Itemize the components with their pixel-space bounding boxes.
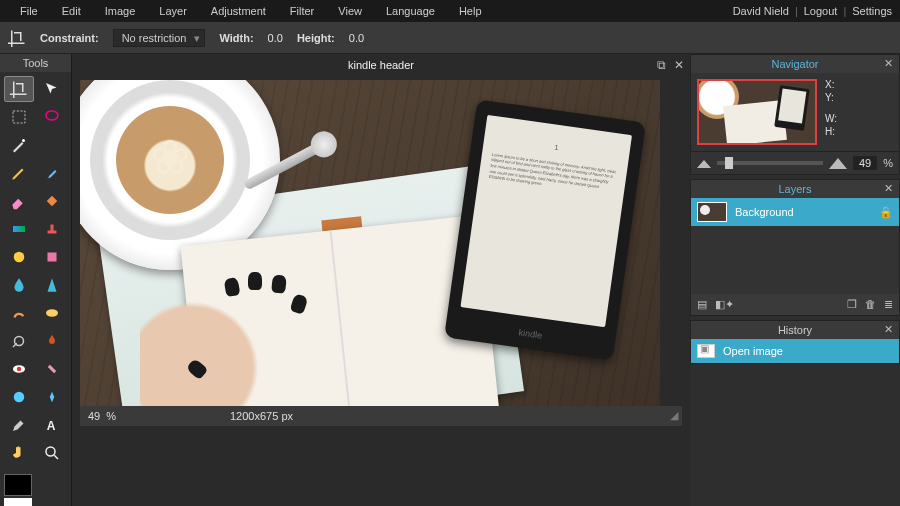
zoom-tool[interactable] bbox=[37, 440, 67, 466]
delete-layer-icon[interactable]: 🗑 bbox=[865, 298, 876, 311]
logout-link[interactable]: Logout bbox=[804, 5, 838, 17]
menu-language[interactable]: Language bbox=[374, 1, 447, 21]
eraser-tool[interactable] bbox=[4, 188, 34, 214]
sponge-tool[interactable] bbox=[37, 300, 67, 326]
color-swatches[interactable] bbox=[0, 470, 71, 506]
layers-title: Layers ✕ bbox=[691, 180, 899, 198]
close-icon[interactable]: ✕ bbox=[884, 57, 893, 70]
close-icon[interactable]: ✕ bbox=[884, 323, 893, 336]
history-item[interactable]: Open image bbox=[691, 339, 899, 363]
menu-adjustment[interactable]: Adjustment bbox=[199, 1, 278, 21]
menu-filter[interactable]: Filter bbox=[278, 1, 326, 21]
history-title-text: History bbox=[778, 324, 812, 336]
hand-tool[interactable] bbox=[4, 440, 34, 466]
navigator-thumbnail[interactable] bbox=[697, 79, 817, 145]
crop-icon bbox=[8, 29, 26, 47]
lasso-tool[interactable] bbox=[37, 104, 67, 130]
smudge-tool[interactable] bbox=[4, 300, 34, 326]
sharpen-tool[interactable] bbox=[37, 272, 67, 298]
zoom-slider[interactable] bbox=[717, 161, 823, 165]
bloat-tool[interactable] bbox=[4, 384, 34, 410]
layer-name: Background bbox=[735, 206, 794, 218]
nav-h: H: bbox=[825, 126, 837, 137]
duplicate-layer-icon[interactable]: ❐ bbox=[847, 298, 857, 311]
width-value[interactable]: 0.0 bbox=[268, 32, 283, 44]
navigator-readout: X: Y: W: H: bbox=[825, 79, 837, 145]
menu-help[interactable]: Help bbox=[447, 1, 494, 21]
zoom-in-icon[interactable] bbox=[829, 157, 847, 169]
menu-file[interactable]: File bbox=[8, 1, 50, 21]
brush-tool[interactable] bbox=[37, 160, 67, 186]
svg-text:A: A bbox=[46, 419, 55, 433]
spot-heal-tool[interactable] bbox=[37, 356, 67, 382]
lock-icon[interactable]: 🔒 bbox=[879, 206, 893, 219]
nav-y: Y: bbox=[825, 92, 837, 103]
layer-settings-icon[interactable]: ≣ bbox=[884, 298, 893, 311]
history-title: History ✕ bbox=[691, 321, 899, 339]
gradient-tool[interactable] bbox=[4, 216, 34, 242]
svg-rect-4 bbox=[47, 253, 56, 262]
history-item-label: Open image bbox=[723, 345, 783, 357]
foreground-swatch[interactable] bbox=[4, 474, 32, 496]
resize-grip-icon[interactable]: ◢ bbox=[670, 409, 678, 422]
constraint-select[interactable]: No restriction bbox=[113, 29, 206, 47]
user-name[interactable]: David Nield bbox=[733, 5, 789, 17]
document-title: kindle header bbox=[348, 59, 414, 71]
crop-tool[interactable] bbox=[4, 76, 34, 102]
settings-link[interactable]: Settings bbox=[852, 5, 892, 17]
menu-left: File Edit Image Layer Adjustment Filter … bbox=[8, 1, 494, 21]
height-value[interactable]: 0.0 bbox=[349, 32, 364, 44]
navigator-title: Navigator ✕ bbox=[691, 55, 899, 73]
clone-stamp-tool[interactable] bbox=[37, 216, 67, 242]
background-swatch[interactable] bbox=[4, 498, 32, 506]
canvas[interactable]: 1 Lorem ipsum to be a short and striking… bbox=[80, 80, 660, 406]
nav-x: X: bbox=[825, 79, 837, 90]
paint-bucket-tool[interactable] bbox=[37, 188, 67, 214]
type-tool[interactable]: A bbox=[37, 412, 67, 438]
layer-mask-icon[interactable]: ◧✦ bbox=[715, 298, 734, 311]
close-icon[interactable]: ✕ bbox=[884, 182, 893, 195]
navigator-panel: Navigator ✕ X: Y: W: H: 49 bbox=[690, 54, 900, 175]
zoom-unit: % bbox=[106, 410, 116, 422]
workspace: kindle header ⧉ ✕ 1 bbox=[72, 54, 690, 506]
move-tool[interactable] bbox=[37, 76, 67, 102]
height-label: Height: bbox=[297, 32, 335, 44]
menu-layer[interactable]: Layer bbox=[147, 1, 199, 21]
tools-panel: Tools A bbox=[0, 54, 72, 506]
popout-icon[interactable]: ⧉ bbox=[657, 58, 666, 72]
color-replace-tool[interactable] bbox=[4, 244, 34, 270]
redeye-tool[interactable] bbox=[4, 356, 34, 382]
wand-tool[interactable] bbox=[4, 132, 34, 158]
svg-point-12 bbox=[46, 447, 55, 456]
divider: | bbox=[795, 5, 798, 17]
spacer bbox=[37, 132, 67, 158]
tools-grid: A bbox=[0, 72, 71, 470]
navigator-zoom-value[interactable]: 49 bbox=[853, 156, 877, 170]
svg-point-3 bbox=[14, 252, 25, 263]
new-layer-icon[interactable]: ▤ bbox=[697, 298, 707, 311]
zoom-value[interactable]: 49 bbox=[88, 410, 100, 422]
open-image-icon bbox=[697, 344, 715, 358]
burn-tool[interactable] bbox=[37, 328, 67, 354]
pinch-tool[interactable] bbox=[37, 384, 67, 410]
menu-view[interactable]: View bbox=[326, 1, 374, 21]
right-panels: Navigator ✕ X: Y: W: H: 49 bbox=[690, 54, 900, 506]
close-tab-icon[interactable]: ✕ bbox=[674, 58, 684, 72]
pencil-tool[interactable] bbox=[4, 160, 34, 186]
svg-rect-2 bbox=[13, 226, 25, 232]
zoom-out-icon[interactable] bbox=[697, 158, 711, 168]
draw-tool[interactable] bbox=[37, 244, 67, 270]
svg-point-8 bbox=[17, 367, 22, 372]
layer-row[interactable]: Background 🔒 bbox=[691, 198, 899, 226]
svg-point-10 bbox=[14, 392, 25, 403]
layers-panel: Layers ✕ Background 🔒 ▤ ◧✦ ❐ 🗑 ≣ bbox=[690, 179, 900, 316]
colorpicker-tool[interactable] bbox=[4, 412, 34, 438]
menu-edit[interactable]: Edit bbox=[50, 1, 93, 21]
canvas-status-bar: 49 % 1200x675 px ◢ bbox=[80, 406, 682, 426]
history-panel: History ✕ Open image bbox=[690, 320, 900, 364]
dodge-tool[interactable] bbox=[4, 328, 34, 354]
marquee-tool[interactable] bbox=[4, 104, 34, 130]
canvas-dimensions: 1200x675 px bbox=[230, 410, 293, 422]
blur-tool[interactable] bbox=[4, 272, 34, 298]
menu-image[interactable]: Image bbox=[93, 1, 148, 21]
